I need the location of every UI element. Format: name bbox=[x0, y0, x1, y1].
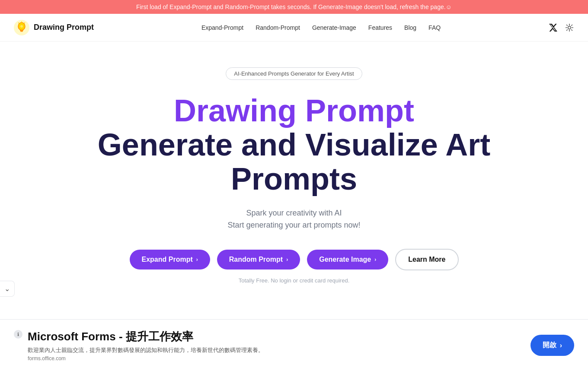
top-banner: First load of Expand-Prompt and Random-P… bbox=[0, 0, 588, 14]
hero-buttons: Expand Prompt › Random Prompt › Generate… bbox=[130, 249, 459, 270]
theme-toggle-icon[interactable] bbox=[565, 23, 574, 32]
nav-link-features[interactable]: Features bbox=[368, 24, 392, 31]
expand-chevron-icon: › bbox=[196, 257, 198, 263]
generate-chevron-icon: › bbox=[374, 257, 376, 263]
scroll-down-icon: ⌄ bbox=[4, 285, 10, 292]
free-text: Totally Free. No login or credit card re… bbox=[239, 277, 350, 284]
svg-line-13 bbox=[567, 25, 568, 25]
nav-links: Expand-Prompt Random-Prompt Generate-Ima… bbox=[201, 24, 441, 31]
svg-line-16 bbox=[567, 29, 568, 30]
nav-link-faq[interactable]: FAQ bbox=[428, 24, 441, 31]
svg-rect-2 bbox=[20, 30, 23, 31]
svg-line-5 bbox=[24, 22, 25, 23]
hero-title-purple: Drawing Prompt bbox=[174, 94, 414, 128]
nav-logo[interactable]: Drawing Prompt bbox=[14, 20, 94, 35]
hero-subtitle-line1: Spark your creativity with AI bbox=[246, 209, 342, 217]
logo-text: Drawing Prompt bbox=[34, 23, 94, 32]
navbar: Drawing Prompt Expand-Prompt Random-Prom… bbox=[0, 14, 588, 41]
svg-rect-3 bbox=[20, 31, 23, 32]
svg-line-6 bbox=[19, 22, 19, 23]
expand-prompt-button[interactable]: Expand Prompt › bbox=[130, 250, 210, 270]
nav-right bbox=[548, 23, 574, 32]
scroll-indicator[interactable]: ⌄ bbox=[0, 281, 15, 297]
hero-subtitle-line2: Start generating your art prompts now! bbox=[227, 221, 360, 229]
learn-more-button[interactable]: Learn More bbox=[395, 249, 458, 270]
hero-title-dark: Generate and Visualize Art Prompts bbox=[98, 128, 490, 196]
nav-link-random[interactable]: Random-Prompt bbox=[256, 24, 300, 31]
svg-line-14 bbox=[572, 29, 572, 30]
svg-point-7 bbox=[20, 25, 23, 28]
svg-line-15 bbox=[572, 25, 572, 25]
generate-image-button[interactable]: Generate Image › bbox=[307, 250, 388, 270]
nav-link-generate[interactable]: Generate-Image bbox=[312, 24, 356, 31]
twitter-icon[interactable] bbox=[548, 23, 558, 32]
nav-link-expand[interactable]: Expand-Prompt bbox=[201, 24, 243, 31]
random-chevron-icon: › bbox=[286, 257, 288, 263]
hero-section: AI-Enhanced Prompts Generator for Every … bbox=[0, 41, 588, 301]
hero-subtitle: Spark your creativity with AI Start gene… bbox=[227, 207, 360, 232]
nav-link-blog[interactable]: Blog bbox=[404, 24, 416, 31]
hero-title-line1: Generate and Visualize Art bbox=[98, 127, 490, 162]
svg-point-8 bbox=[568, 26, 571, 29]
logo-icon bbox=[14, 20, 29, 35]
hero-title-line2: Prompts bbox=[231, 162, 357, 196]
hero-badge: AI-Enhanced Prompts Generator for Every … bbox=[226, 67, 362, 80]
banner-text: First load of Expand-Prompt and Random-P… bbox=[136, 3, 452, 10]
random-prompt-button[interactable]: Random Prompt › bbox=[217, 250, 300, 270]
